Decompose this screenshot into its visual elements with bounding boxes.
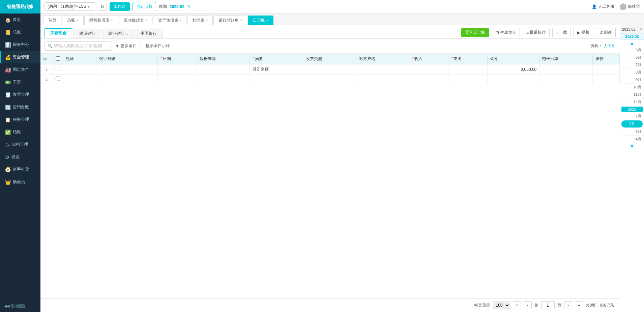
th-settings[interactable]: ⚙ [40,54,53,64]
filterbar: 🔍 请输入摘要/类型/户名/金额 ▼ 更多条件 显示本日小计 拆称： 人民币 [40,39,620,54]
td-check[interactable] [53,64,63,75]
td-check[interactable] [53,75,63,84]
date-year-label[interactable]: 2023 [621,107,643,112]
per-page-select[interactable]: 20 50 100 200 [493,302,510,309]
td-expense [448,75,488,84]
tab-close-icon[interactable]: × [145,19,147,22]
download-button[interactable]: ↓ 下载 [552,28,571,37]
date-month-9[interactable]: 9月 [620,76,644,84]
sidebar-item-asset-mgmt[interactable]: 💰 资金管理 [0,51,40,63]
last-page-button[interactable]: » [575,301,583,309]
tab-profit[interactable]: 利润表 × [187,16,213,25]
first-page-button[interactable]: « [513,301,521,309]
refresh-button[interactable]: ↺ 刷新 [596,28,616,37]
copy-button[interactable]: ⧉ [98,3,107,11]
sidebar-item-report[interactable]: 📊 报表中心 [0,38,40,51]
th-date: 日期 [157,54,197,64]
th-balance: 余额 [487,54,539,64]
next-page-button[interactable]: › [564,301,572,309]
current-page-input[interactable] [541,301,555,309]
sidebar-item-guide[interactable]: 🧭 新手引导 [0,163,40,176]
period-value[interactable]: 2023-02 [170,4,184,9]
sub-tab-ccb[interactable]: 建设银行 [74,29,101,38]
date-month-2-active[interactable]: 2月 [621,120,643,128]
tab-label: 总账 [67,18,75,23]
date-month-10[interactable]: 10月 [620,84,644,91]
sidebar-item-invoice[interactable]: 🧾 发票管理 [0,88,40,101]
sidebar-item-fixed-asset[interactable]: 🏭 固定资产 [0,63,40,76]
oldver-button[interactable]: 切到旧版 [133,2,156,11]
filter-icon: ▼ [115,44,119,49]
tab-close-icon[interactable]: × [206,19,208,22]
date-month-1[interactable]: 1月 [620,113,644,120]
tab-balance-sheet[interactable]: 资产负债表 × [153,16,187,25]
video-label: 视频 [581,30,589,35]
sub-tab-cash[interactable]: 库存现金 [45,28,72,38]
sub-tab-boc[interactable]: 中国银行 [135,29,163,38]
date-month-7[interactable]: 7月 [620,61,644,69]
tab-close-icon[interactable]: × [266,19,268,22]
gen-voucher-button[interactable]: ⊡ 生成凭证 [492,28,520,37]
download-icon: ↓ [556,30,558,35]
batch-op-button[interactable]: ≡ 批量操作 [523,28,550,37]
show-daily-subtotal-checkbox[interactable]: 显示本日小计 [140,43,170,49]
sidebar-item-settings[interactable]: ⚙ 设置 [0,151,40,163]
settings-icon[interactable]: ⚙ [43,57,47,61]
tab-label: 日记账 [253,18,265,23]
sidebar-item-settlement[interactable]: ✅ 结账 [0,126,40,138]
date-month-11[interactable]: 11月 [620,91,644,98]
tab-close-icon[interactable]: × [240,19,242,22]
import-journal-button[interactable]: 导入日记账 [461,28,489,37]
user-menu[interactable]: 徐莲华 [620,3,640,10]
prev-page-button[interactable]: ‹ [524,301,532,309]
tab-bank-statement[interactable]: 银行对账单 × [213,16,247,25]
report-icon: 📊 [5,42,11,48]
sidebar-item-salary[interactable]: 💵 工资 [0,76,40,88]
sidebar-unpin[interactable]: ◀◀ 取消固定 [0,300,40,312]
tab-home[interactable]: 首页 [43,16,61,25]
sidebar-item-tax[interactable]: 📋 税务管理 [0,113,40,126]
tab-business-status[interactable]: 经营状况表 × [84,16,118,25]
sidebar-item-member[interactable]: 👑 畅会员 [0,176,40,188]
sidebar-item-ledger[interactable]: 📒 总账 [0,26,40,38]
period-edit-icon[interactable]: ✎ [187,4,191,9]
tab-journal[interactable]: 日记账 × [248,16,273,25]
th-check[interactable] [53,54,63,64]
td-actions [593,75,620,84]
unpin-icon: ◀◀ [4,304,9,308]
date-scroll-down-button[interactable]: ▼ [620,143,644,150]
select-all-checkbox[interactable] [56,56,60,61]
sidebar-item-label: 资金管理 [13,54,29,60]
tab-close-icon[interactable]: × [111,19,113,22]
tab-ledger[interactable]: 总账 × [62,16,84,25]
sidebar-item-archive[interactable]: 🗂 归档管理 [0,138,40,151]
currency-link[interactable]: 人民币 [604,44,616,48]
tab-close-icon[interactable]: × [180,19,182,22]
date-panel-close-icon[interactable]: × [639,27,642,32]
workbench-button[interactable]: 工作台 [110,2,130,11]
sidebar-item-label: 税务管理 [13,117,29,122]
date-month-12[interactable]: 12月 [620,98,644,106]
company-select[interactable]: (勿用）江西超宝-LSS ▾ [45,2,95,11]
video-button[interactable]: ▶ 视频 [574,28,593,37]
support-link[interactable]: 👤 人工客服 [592,4,614,9]
sidebar-item-home[interactable]: 🏠 首页 [0,13,40,26]
tab-receivable[interactable]: 应收账款表 × [119,16,152,25]
date-month-6[interactable]: 6月 [620,54,644,61]
sub-tabbar: 库存现金 建设银行 农业银行... 中国银行 导入日记账 ⊡ 生成凭证 ≡ 批量… [40,25,620,39]
more-filter-button[interactable]: ▼ 更多条件 [115,43,137,49]
row-checkbox[interactable] [56,67,60,71]
row-checkbox[interactable] [56,77,60,81]
date-scroll-up-button[interactable]: ▲ [620,40,644,47]
search-input-container[interactable]: 🔍 请输入摘要/类型/户名/金额 [45,41,112,51]
date-month-5[interactable]: 5月 [620,47,644,54]
sidebar-item-purchase-sale[interactable]: 🔄 进销台账 [0,101,40,113]
date-month-4[interactable]: 4月 [620,136,644,143]
topbar-right: 👤 人工客服 徐莲华 [592,3,640,10]
td-source [197,64,250,75]
date-month-3[interactable]: 3月 [620,128,644,136]
sub-tab-abc[interactable]: 农业银行... [103,29,134,38]
date-month-8[interactable]: 8月 [620,69,644,76]
tab-close-icon[interactable]: × [77,19,79,22]
daily-subtotal-check[interactable] [140,44,144,48]
